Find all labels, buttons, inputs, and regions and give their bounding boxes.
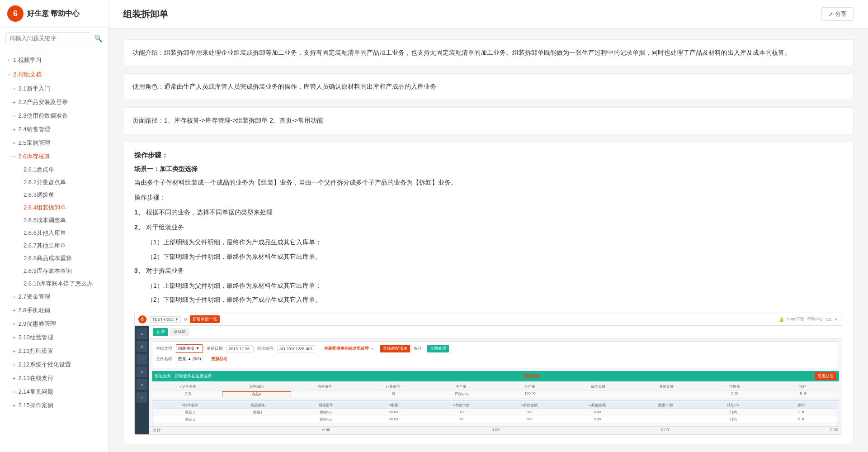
app-name: 好生意 帮助中心 [27, 9, 80, 19]
step-1: 1、 根据不同的业务，选择不同单据的类型来处理 [134, 207, 842, 218]
sidebar-item-assembly[interactable]: 2.6.4组装拆卸单 [20, 201, 108, 214]
mock-nav-icon-4: ≡ [137, 366, 147, 377]
expand-icon-22: + [13, 100, 15, 105]
role-card: 使用角色：通常由生产人员或库管人员完成拆装业务的操作，库管人员确认原材料的出库和… [123, 73, 854, 100]
mock-save-btn: 立即处理 [427, 345, 449, 352]
expand-icon-213: + [13, 376, 15, 381]
sidebar: 6 好生意 帮助中心 🔍 + 1.视频学习 − 2.帮助文档 + 2.1新手入门… [0, 0, 108, 452]
sidebar-item-purchase[interactable]: + 2.5采购管理 [13, 136, 108, 150]
mock-topbar-right: 🔔 Apps下载 帮助中心 CC ✕ [779, 316, 838, 322]
table-row: 商品 2 规格/×1 30.00 10 300 0.00 门内 ⊕ ⊗ [154, 416, 837, 423]
step-2: 2、 对于组装业务 [134, 222, 842, 233]
sidebar-item-help-docs[interactable]: − 2.帮助文档 [0, 67, 108, 82]
expand-icon-27: + [13, 294, 15, 300]
sidebar-item-coupon[interactable]: + 2.9优惠券管理 [13, 317, 108, 331]
scene-desc: 当由多个子件材料组装成一个成品的业务为【组装】业务，当由一个父件拆分成多个子产品… [134, 177, 842, 188]
mock-company-select: TEST-H002 ▼ [150, 316, 181, 323]
sidebar-item-stock-split[interactable]: 2.6.2分量盘点单 [20, 176, 108, 189]
sidebar-item-inventory[interactable]: − 2.6库存核算 [13, 150, 108, 163]
step-3: 3、 对于拆装业务 [134, 265, 842, 276]
sidebar-item-mobile[interactable]: + 2.8手机旺铺 [13, 304, 108, 317]
table-row: 商品 1 数量3 规格/×1 30.00 10 300 0.00 门内 ⊕ ⊗ [154, 409, 837, 416]
share-button[interactable]: ↗ 分享 [821, 7, 854, 21]
expand-icon-28: + [13, 308, 15, 313]
sidebar-item-faq[interactable]: + 2.14常见问题 [13, 385, 108, 399]
sidebar-item-video[interactable]: + 1.视频学习 [0, 53, 108, 67]
sidebar-item-other-out[interactable]: 2.6.7其他出库单 [20, 239, 108, 252]
sidebar-item-stocktake[interactable]: 2.6.1盘点单 [20, 163, 108, 176]
search-button[interactable]: 🔍 [94, 34, 103, 43]
expand-icon-210: + [13, 335, 15, 340]
sidebar-item-online-pay[interactable]: + 2.13在线支付 [13, 371, 108, 385]
annotation-resource: 资源品名 [211, 356, 227, 362]
mock-select-assembly-btn: 选择装配清单 [380, 345, 410, 352]
sidebar-item-transfer[interactable]: 2.6.3调拨单 [20, 189, 108, 201]
role-text: 使用角色：通常由生产人员或库管人员完成拆装业务的操作，库管人员确认原材料的出库和… [132, 83, 436, 90]
mock-logo: 6 [138, 315, 146, 324]
search-input[interactable] [5, 32, 91, 44]
expand-icon-25: + [13, 140, 15, 146]
step-3-sub-1: （1）上部明细为父件明细，最终作为原材料生成其它出库单； [147, 280, 842, 291]
expand-icon-211: + [13, 348, 15, 354]
sidebar-item-label: 1.视频学习 [13, 56, 42, 64]
sidebar-item-cost-recalc[interactable]: 2.6.8商品成本重算 [20, 252, 108, 265]
mock-form-row-2: 父件名称 数量 ▲ (3/6) 资源品名 [156, 355, 835, 363]
expand-icon-23: + [13, 113, 15, 119]
step-3-sub-2: （2）下部明细为子件明细，最终作为产成品生成其它入库单。 [147, 294, 842, 305]
main-header: 组装拆卸单 ↗ 分享 [108, 0, 868, 29]
expand-icon: + [7, 57, 10, 63]
help-docs-children: + 2.1新手入门 + 2.2产品安装及登录 + 2.3使用前数据准备 + 2.… [0, 82, 108, 412]
sidebar-item-sales[interactable]: + 2.4销售管理 [13, 123, 108, 136]
sidebar-item-management[interactable]: + 2.10经营管理 [13, 331, 108, 344]
step-2-sub-1: （1）上部明细为父件明细，最终作为产成品生成其它入库单； [147, 237, 842, 248]
mock-form-row-1: 单据类型 组装单据 ▼ 单据日期 2019-12-26 批次编号 AD-2019… [156, 344, 835, 353]
mock-nav-icon-5: ♦ [137, 379, 147, 390]
steps-label: 操作步骤： [134, 192, 842, 203]
mock-new-order-btn: 新建单据一笔 [190, 315, 220, 323]
share-icon: ↗ [828, 11, 833, 18]
mock-sidebar-mini: ≡ ⊞ ↑ ≡ ♦ ⇄ [135, 326, 149, 434]
sidebar-item-other-in[interactable]: 2.6.6其他入库单 [20, 227, 108, 239]
annotation-assembly: 有装配清单的在这里处理 → [324, 346, 374, 352]
nav-tree: + 1.视频学习 − 2.帮助文档 + 2.1新手入门 + 2.2产品安装及登录… [0, 49, 108, 416]
breadcrumb-text: 页面路径：1、库存核算->库存管理->组装拆卸单 2、首页->常用功能 [132, 117, 323, 124]
breadcrumb-card: 页面路径：1、库存核算->库存管理->组装拆卸单 2、首页->常用功能 [123, 107, 854, 134]
intro-text: 功能介绍：组装拆卸单用来处理企业组装或拆卸等加工业务，支持有固定装配清单的产品加… [132, 49, 791, 56]
expand-icon-21: + [13, 86, 15, 91]
content-area: 功能介绍：组装拆卸单用来处理企业组装或拆卸等加工业务，支持有固定装配清单的产品加… [108, 29, 868, 452]
mock-tab-new: 新增 [153, 328, 168, 336]
mock-main-area: 新增 草稿箱 单据类型 组装单据 ▼ 单据日期 2019-12-26 批次编号 [149, 326, 842, 434]
app-logo: 6 [7, 5, 24, 22]
mock-tab-draft: 草稿箱 [170, 328, 189, 336]
sidebar-item-cases[interactable]: + 2.15操作案例 [13, 399, 108, 412]
annotation-process: 启用处理 [523, 373, 539, 379]
mock-ui: 6 TEST-H002 ▼ ⚙ 新建单据一笔 🔔 Apps下载 帮助中心 CC … [135, 313, 842, 434]
mock-section-header: 组装业务、拆卸业务在这里选择 启用处理 启用处理 [152, 371, 839, 381]
steps-section: 操作步骤： 场景一：加工类型选择 当由多个子件材料组装成一个成品的业务为【组装】… [123, 142, 854, 445]
sidebar-item-label: 2.帮助文档 [13, 71, 42, 79]
sidebar-item-stock-query[interactable]: 2.6.9库存账本查询 [20, 265, 108, 277]
expand-icon-24: + [13, 127, 15, 132]
step-2-sub-2: （2）下部明细为子件明细，最终作为原材料生成其它出库单。 [147, 251, 842, 262]
sidebar-item-new-user[interactable]: + 2.1新手入门 [13, 82, 108, 95]
expand-icon-215: + [13, 403, 15, 408]
operations-title: 操作步骤： [134, 151, 842, 160]
mock-nav-icon-3: ↑ [137, 354, 147, 365]
sidebar-item-stock-error[interactable]: 2.6.10库存账本错了怎么办 [20, 277, 108, 290]
sidebar-item-data-prep[interactable]: + 2.3使用前数据准备 [13, 109, 108, 123]
mock-form: 单据类型 组装单据 ▼ 单据日期 2019-12-26 批次编号 AD-2019… [152, 341, 839, 368]
mock-setting-icon: ⚙ [184, 317, 187, 322]
screenshot-container: 6 TEST-H002 ▼ ⚙ 新建单据一笔 🔔 Apps下载 帮助中心 CC … [134, 313, 842, 435]
expand-icon-2: − [7, 71, 10, 78]
mock-nav-icon-2: ⊞ [137, 341, 147, 352]
expand-icon-26: − [13, 154, 15, 159]
sidebar-item-personalize[interactable]: + 2.12系统个性化设置 [13, 358, 108, 371]
sidebar-item-finance[interactable]: + 2.7资金管理 [13, 290, 108, 304]
scene-title: 场景一：加工类型选择 [134, 165, 842, 173]
sidebar-item-cost-adjust[interactable]: 2.6.5成本调整单 [20, 214, 108, 227]
search-box: 🔍 [0, 28, 108, 49]
main-content: 组装拆卸单 ↗ 分享 功能介绍：组装拆卸单用来处理企业组装或拆卸等加工业务，支持… [108, 0, 868, 452]
expand-icon-212: + [13, 362, 15, 367]
sidebar-item-install[interactable]: + 2.2产品安装及登录 [13, 95, 108, 109]
sidebar-item-print[interactable]: + 2.11打印设置 [13, 344, 108, 358]
